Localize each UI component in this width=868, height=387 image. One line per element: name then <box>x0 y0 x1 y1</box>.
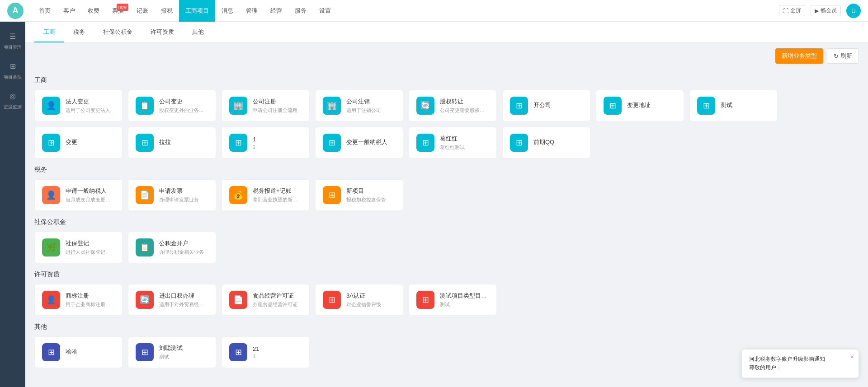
card-desc: 测试 <box>440 301 489 308</box>
refresh-button[interactable]: ↻ 刷新 <box>827 48 859 64</box>
card-icon: 📋 <box>136 238 154 256</box>
nav-item-服务[interactable]: 服务 <box>288 0 313 22</box>
card-变更一般纳税人[interactable]: ⊞ 变更一般纳税人 <box>315 127 403 159</box>
fullscreen-label: 全屏 <box>790 7 801 14</box>
cards-grid-许可资质: 👤 商标注册 用于企业商标注册服务 🔄 进出口权办理 适用于对外贸易经营者 📄 … <box>34 284 859 316</box>
cards-grid-社保公积金: 🌿 社保登记 进行人员社保登记 📋 公积金开户 办理公积金相关业务 <box>34 232 859 263</box>
card-desc: 拿到营业执照的新公司 <box>253 196 302 203</box>
card-info: 21 1 <box>253 345 302 359</box>
nav-item-记账[interactable]: 记账 <box>130 0 155 22</box>
card-icon: ⊞ <box>323 134 341 152</box>
card-desc: 适用于对外贸易经营者 <box>159 301 208 308</box>
nav-item-首页[interactable]: 首页 <box>33 0 57 22</box>
fullscreen-button[interactable]: ⛶ 全屏 <box>779 5 805 16</box>
card-info: 公司注销 适用于注销公司 <box>346 98 396 114</box>
card-公司变更[interactable]: 📋 公司变更 股权变更外的业务变更 <box>128 90 216 121</box>
card-税务报道+记账[interactable]: 💰 税务报道+记账 拿到营业执照的新公司 <box>222 179 310 211</box>
card-title: 申请一般纳税人 <box>66 187 115 195</box>
card-进出口权办理[interactable]: 🔄 进出口权办理 适用于对外贸易经营者 <box>128 284 216 316</box>
card-哈哈[interactable]: ⊞ 哈哈 <box>34 336 123 368</box>
card-拉拉[interactable]: ⊞ 拉拉 <box>128 127 216 159</box>
vip-button[interactable]: ▶ 畅会员 <box>811 5 841 16</box>
card-title: 新项目 <box>346 187 396 195</box>
card-desc: 股权变更外的业务变更 <box>159 107 208 114</box>
content-area: 工商 👤 法人变更 适用于公司变更法人 📋 公司变更 股权变更外的业务变更 🏢 … <box>25 69 868 377</box>
card-法人变更[interactable]: 👤 法人变更 适用于公司变更法人 <box>34 90 123 121</box>
card-title: 变更一般纳税人 <box>346 138 396 146</box>
card-1[interactable]: ⊞ 1 1 <box>222 127 310 159</box>
nav-item-设置[interactable]: 设置 <box>313 0 337 22</box>
card-21[interactable]: ⊞ 21 1 <box>222 336 310 368</box>
card-社保登记[interactable]: 🌿 社保登记 进行人员社保登记 <box>34 232 123 263</box>
card-变更[interactable]: ⊞ 变更 <box>34 127 123 159</box>
card-申请一般纳税人[interactable]: 👤 申请一般纳税人 当月或次月成变更完成 <box>34 179 123 211</box>
card-icon: ⊞ <box>323 186 341 204</box>
nav-item-票据[interactable]: 票据new <box>106 0 130 22</box>
card-测试项目类型目定义[interactable]: ⊞ 测试项目类型目定义 测试 <box>409 284 497 316</box>
card-刘聪测试[interactable]: ⊞ 刘聪测试 测试 <box>128 336 216 368</box>
card-icon: ⊞ <box>229 343 247 361</box>
card-desc: 葛红红测试 <box>440 144 489 151</box>
nav-item-经营[interactable]: 经营 <box>264 0 288 22</box>
fullscreen-icon: ⛶ <box>783 8 788 14</box>
notification-close[interactable]: × <box>850 353 854 360</box>
nav-right: ⛶ 全屏 ▶ 畅会员 U <box>779 4 861 18</box>
action-bar: 新增业务类型 ↻ 刷新 <box>25 43 868 69</box>
card-葛红红[interactable]: ⊞ 葛红红 葛红红测试 <box>409 127 497 159</box>
sidebar-label: 项目管理 <box>4 44 22 51</box>
tab-许可资质[interactable]: 许可资质 <box>142 22 183 42</box>
card-变更地址[interactable]: ⊞ 变更地址 <box>596 90 684 121</box>
card-info: 商标注册 用于企业商标注册服务 <box>66 292 115 308</box>
card-前期QQ[interactable]: ⊞ 前期QQ <box>502 127 590 159</box>
section-title-工商: 工商 <box>34 69 859 90</box>
card-info: 变更一般纳税人 <box>346 138 396 148</box>
card-icon: ⊞ <box>229 134 247 152</box>
card-icon: 🌿 <box>42 238 60 256</box>
card-公司注册[interactable]: 🏢 公司注册 申请公司注册全流程 <box>222 90 310 121</box>
sidebar-item-项目管理[interactable]: ☰项目管理 <box>0 25 25 55</box>
card-公司注销[interactable]: 🏢 公司注销 适用于注销公司 <box>315 90 403 121</box>
card-测试[interactable]: ⊞ 测试 <box>689 90 778 121</box>
top-nav: A 首页客户收费票据new记账报税工商项目消息管理经营服务设置 ⛶ 全屏 ▶ 畅… <box>0 0 868 22</box>
new-type-button[interactable]: 新增业务类型 <box>775 48 823 64</box>
card-info: 公积金开户 办理公积金相关业务 <box>159 239 208 256</box>
vip-label: 畅会员 <box>821 7 837 14</box>
card-开公司[interactable]: ⊞ 开公司 <box>502 90 590 121</box>
card-title: 测试 <box>721 101 770 109</box>
tab-社保公积金[interactable]: 社保公积金 <box>94 22 142 42</box>
nav-item-工商项目[interactable]: 工商项目 <box>179 0 215 22</box>
sidebar-item-进度监测[interactable]: ◎进度监测 <box>0 85 25 115</box>
avatar-letter: U <box>851 7 856 14</box>
tab-工商[interactable]: 工商 <box>34 22 64 42</box>
nav-item-报税[interactable]: 报税 <box>155 0 179 22</box>
card-公积金开户[interactable]: 📋 公积金开户 办理公积金相关业务 <box>128 232 216 263</box>
card-info: 税务报道+记账 拿到营业执照的新公司 <box>253 187 302 203</box>
card-title: 公司注销 <box>346 98 396 106</box>
tab-其他[interactable]: 其他 <box>183 22 213 42</box>
card-食品经营许可证[interactable]: 📄 食品经营许可证 办理食品经营许可证 <box>222 284 310 316</box>
card-icon: ⊞ <box>323 291 341 309</box>
sidebar-label: 进度监测 <box>4 104 22 110</box>
card-商标注册[interactable]: 👤 商标注册 用于企业商标注册服务 <box>34 284 123 316</box>
card-申请发票[interactable]: 📄 申请发票 办理申请发票业务 <box>128 179 216 211</box>
card-3A认证[interactable]: ⊞ 3A认证 对企业信誉评级 <box>315 284 403 316</box>
sidebar-label: 项目类型 <box>4 74 22 80</box>
card-title: 葛红红 <box>440 135 489 143</box>
card-股权转让[interactable]: 🔄 股权转让 公司变更需要股权转让 <box>409 90 497 121</box>
card-icon: ⊞ <box>697 97 715 115</box>
card-info: 哈哈 <box>66 348 115 357</box>
avatar[interactable]: U <box>846 4 861 18</box>
nav-item-收费[interactable]: 收费 <box>81 0 106 22</box>
card-title: 1 <box>253 136 302 143</box>
nav-item-客户[interactable]: 客户 <box>57 0 81 22</box>
cards-grid-工商: 👤 法人变更 适用于公司变更法人 📋 公司变更 股权变更外的业务变更 🏢 公司注… <box>34 90 859 159</box>
card-新项目[interactable]: ⊞ 新项目 报税加税控盘保管 <box>315 179 403 211</box>
tab-税务[interactable]: 税务 <box>64 22 94 42</box>
nav-item-管理[interactable]: 管理 <box>240 0 264 22</box>
card-info: 刘聪测试 测试 <box>159 344 208 360</box>
sidebar-item-项目类型[interactable]: ⊞项目类型 <box>0 55 25 85</box>
nav-item-消息[interactable]: 消息 <box>215 0 240 22</box>
card-title: 3A认证 <box>346 292 396 300</box>
card-icon: ⊞ <box>510 97 528 115</box>
card-icon: ⊞ <box>42 134 60 152</box>
